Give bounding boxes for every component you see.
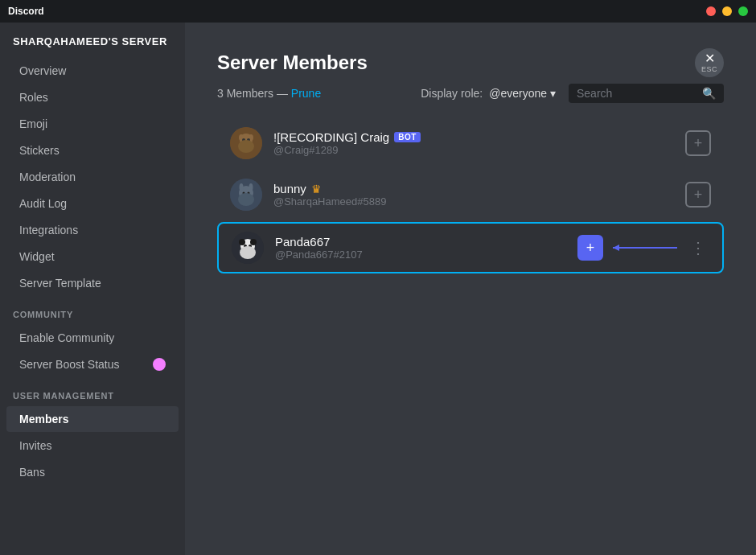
member-name: ![RECORDING] Craig BOT <box>273 130 685 144</box>
crown-icon: ♛ <box>311 183 322 195</box>
sidebar-item-audit-log[interactable]: Audit Log <box>6 191 179 216</box>
member-handle: @Craig#1289 <box>273 144 685 156</box>
member-name: Panda667 <box>275 235 577 249</box>
craig-avatar-svg <box>230 127 262 159</box>
member-info: bunny ♛ @SharqaHameed#5889 <box>273 182 685 208</box>
sidebar-item-label: Invites <box>19 439 51 452</box>
members-bar: 3 Members — Prune Display role: @everyon… <box>217 84 724 103</box>
sidebar-item-server-template[interactable]: Server Template <box>6 270 179 296</box>
sidebar-item-label: Enable Community <box>19 331 114 344</box>
section-label-user-management: USER MANAGEMENT <box>0 378 185 405</box>
sidebar-item-label: Server Template <box>19 277 101 290</box>
prune-link[interactable]: Prune <box>291 87 321 100</box>
members-count: 3 Members — Prune <box>217 87 321 100</box>
arrow-line <box>613 247 677 249</box>
page-header: Server Members ✕ ESC <box>217 48 724 77</box>
svg-point-6 <box>238 140 254 153</box>
page-title: Server Members <box>217 51 368 74</box>
minimize-window-btn[interactable] <box>722 6 732 16</box>
sidebar: SHARQAHAMEED'S SERVER Overview Roles Emo… <box>0 23 185 555</box>
sidebar-item-moderation[interactable]: Moderation <box>6 164 179 190</box>
member-info: ![RECORDING] Craig BOT @Craig#1289 <box>273 130 685 156</box>
svg-point-17 <box>250 239 257 245</box>
close-button[interactable]: ✕ ESC <box>695 48 724 77</box>
avatar <box>232 232 264 264</box>
maximize-window-btn[interactable] <box>738 6 748 16</box>
svg-point-16 <box>239 239 245 245</box>
sidebar-item-label: Integrations <box>19 224 78 236</box>
sidebar-item-label: Widget <box>19 250 55 263</box>
avatar <box>230 179 262 211</box>
search-icon: 🔍 <box>702 87 716 100</box>
avatar <box>230 127 262 159</box>
esc-label: ESC <box>701 65 717 73</box>
svg-point-9 <box>240 183 244 191</box>
svg-point-10 <box>249 183 253 191</box>
more-options-button[interactable]: ⋮ <box>687 235 709 261</box>
add-role-button-highlighted[interactable]: + <box>577 235 603 261</box>
member-info: Panda667 @Panda667#2107 <box>275 235 577 261</box>
search-bar: 🔍 <box>569 84 724 103</box>
member-handle: @SharqaHameed#5889 <box>273 195 685 208</box>
close-icon: ✕ <box>705 52 715 65</box>
add-role-button[interactable]: + <box>685 130 711 156</box>
display-role-label: Display role: <box>421 87 483 100</box>
sidebar-item-label: Server Boost Status <box>19 358 120 371</box>
svg-point-21 <box>240 246 256 259</box>
sidebar-item-enable-community[interactable]: Enable Community <box>6 325 179 351</box>
member-actions: + <box>685 182 711 208</box>
member-actions: + ⋮ <box>577 235 709 261</box>
sidebar-item-widget[interactable]: Widget <box>6 244 179 269</box>
search-input[interactable] <box>577 87 697 100</box>
sidebar-item-label: Stickers <box>19 144 60 157</box>
sidebar-item-label: Overview <box>19 64 66 77</box>
window-controls <box>706 6 748 16</box>
sidebar-item-invites[interactable]: Invites <box>6 433 179 458</box>
arrow-left-icon <box>613 245 619 251</box>
sidebar-item-integrations[interactable]: Integrations <box>6 217 179 243</box>
chevron-down-icon: ▾ <box>550 87 556 100</box>
add-role-button[interactable]: + <box>685 182 711 208</box>
arrow-indicator <box>613 247 677 249</box>
sidebar-item-label: Bans <box>19 466 45 479</box>
sidebar-item-roles[interactable]: Roles <box>6 84 179 110</box>
server-name: SHARQAHAMEED'S SERVER <box>0 35 185 57</box>
sidebar-item-label: Emoji <box>19 117 47 130</box>
sidebar-item-label: Roles <box>19 91 48 104</box>
member-row: ![RECORDING] Craig BOT @Craig#1289 + <box>217 119 724 167</box>
sidebar-item-emoji[interactable]: Emoji <box>6 111 179 137</box>
sidebar-item-overview[interactable]: Overview <box>6 58 179 84</box>
member-handle: @Panda667#2107 <box>275 249 577 261</box>
sidebar-item-label: Members <box>19 413 68 426</box>
bunny-avatar-svg <box>230 179 262 211</box>
main-content: Server Members ✕ ESC 3 Members — Prune D… <box>185 23 756 555</box>
app-body: SHARQAHAMEED'S SERVER Overview Roles Emo… <box>0 23 756 555</box>
boost-badge <box>153 358 166 371</box>
sidebar-item-bans[interactable]: Bans <box>6 459 179 485</box>
sidebar-item-members[interactable]: Members <box>6 406 179 432</box>
sidebar-item-label: Audit Log <box>19 197 67 210</box>
panda-avatar-svg <box>232 232 264 264</box>
sidebar-item-stickers[interactable]: Stickers <box>6 138 179 163</box>
display-role-selector: Display role: @everyone ▾ <box>421 87 556 100</box>
svg-point-13 <box>238 193 254 206</box>
app-title: Discord <box>8 6 44 17</box>
close-window-btn[interactable] <box>706 6 716 16</box>
member-row-highlighted: Panda667 @Panda667#2107 + ⋮ <box>217 222 724 273</box>
sidebar-item-label: Moderation <box>19 171 76 183</box>
role-dropdown[interactable]: @everyone ▾ <box>489 87 556 100</box>
role-value: @everyone <box>489 87 547 100</box>
member-name: bunny ♛ <box>273 182 685 195</box>
section-label-community: COMMUNITY <box>0 297 185 324</box>
bot-badge: BOT <box>394 132 421 142</box>
sidebar-item-server-boost-status[interactable]: Server Boost Status <box>6 352 179 377</box>
titlebar: Discord <box>0 0 756 23</box>
member-actions: + <box>685 130 711 156</box>
member-row: bunny ♛ @SharqaHameed#5889 + <box>217 171 724 219</box>
